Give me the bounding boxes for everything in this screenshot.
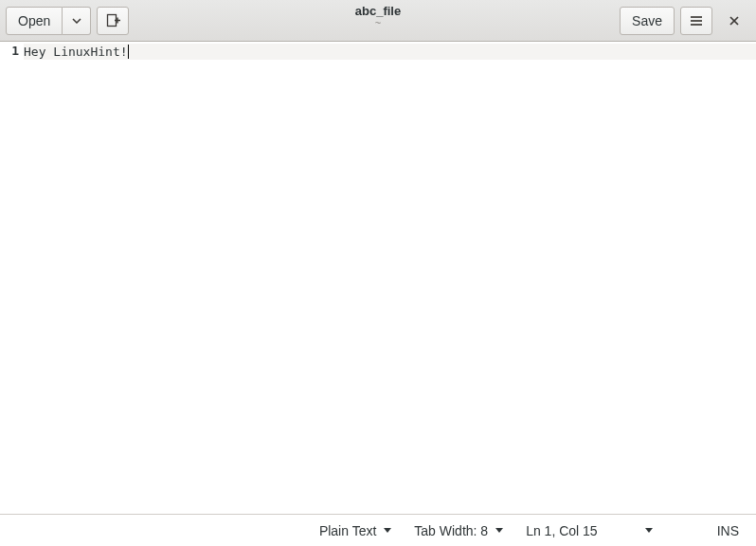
text-cursor bbox=[128, 45, 129, 59]
open-button-label: Open bbox=[18, 13, 50, 28]
language-label: Plain Text bbox=[319, 523, 376, 538]
chevron-down-icon bbox=[384, 528, 391, 533]
insert-mode-label: INS bbox=[717, 523, 739, 538]
open-recent-button[interactable] bbox=[63, 7, 91, 35]
status-bar: Plain Text Tab Width: 8 Ln 1, Col 15 INS bbox=[0, 514, 756, 546]
close-icon bbox=[729, 15, 740, 27]
text-line: Hey LinuxHint! bbox=[24, 44, 756, 60]
chevron-down-icon bbox=[495, 528, 503, 533]
open-button[interactable]: Open bbox=[6, 7, 63, 35]
new-document-icon bbox=[105, 13, 120, 28]
hamburger-icon bbox=[690, 15, 703, 27]
line-number-gutter: 1 bbox=[0, 42, 22, 514]
editor-area: 1 Hey LinuxHint! bbox=[0, 42, 756, 514]
insert-mode-toggle[interactable]: INS bbox=[706, 523, 745, 538]
tab-width-selector[interactable]: Tab Width: 8 bbox=[403, 523, 514, 538]
close-window-button[interactable] bbox=[718, 7, 750, 35]
line-number: 1 bbox=[0, 44, 19, 58]
language-selector[interactable]: Plain Text bbox=[308, 523, 403, 538]
cursor-position-selector[interactable]: Ln 1, Col 15 bbox=[514, 523, 706, 538]
new-tab-button[interactable] bbox=[97, 7, 129, 35]
line-content: Hey LinuxHint! bbox=[24, 45, 128, 59]
open-button-group: Open bbox=[6, 7, 91, 35]
save-button[interactable]: Save bbox=[620, 7, 675, 35]
menu-button[interactable] bbox=[680, 7, 712, 35]
chevron-down-icon bbox=[645, 528, 653, 533]
header-bar: Open abc_file ~ Save bbox=[0, 0, 756, 42]
text-area[interactable]: Hey LinuxHint! bbox=[22, 42, 756, 514]
save-button-label: Save bbox=[632, 13, 662, 28]
tab-width-label: Tab Width: 8 bbox=[414, 523, 488, 538]
cursor-position-label: Ln 1, Col 15 bbox=[526, 523, 598, 538]
chevron-down-icon bbox=[72, 18, 81, 24]
